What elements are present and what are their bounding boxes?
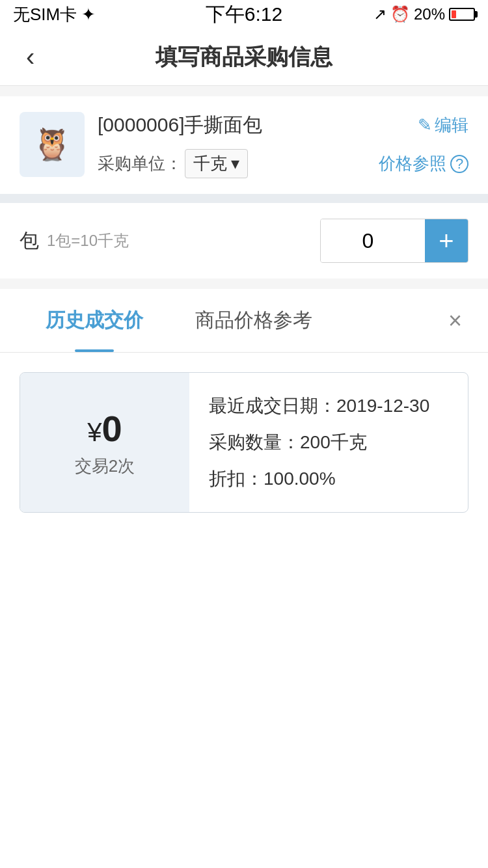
quantity-label-group: 包 1包=10千克 xyxy=(20,228,129,254)
transaction-count: 交易2次 xyxy=(75,455,135,478)
discount-label: 折扣： xyxy=(209,468,264,489)
edit-icon: ✎ xyxy=(418,115,432,135)
bottom-area xyxy=(0,532,488,868)
quantity-row-detail: 采购数量：200千克 xyxy=(209,429,448,456)
battery-icon xyxy=(449,8,475,21)
quantity-input[interactable] xyxy=(321,219,425,262)
product-image: 🦉 xyxy=(20,112,85,177)
quantity-main-label: 包 xyxy=(20,228,39,254)
edit-label: 编辑 xyxy=(435,114,468,137)
product-info: [0000006]手撕面包 ✎ 编辑 采购单位： 千克 ▾ 价格参照 ? xyxy=(98,112,468,178)
unit-value: 千克 xyxy=(193,152,227,175)
price-ref-button[interactable]: 价格参照 ? xyxy=(379,152,468,175)
price-card-left: ¥0 交易2次 xyxy=(20,373,189,512)
price-card-right: 最近成交日期：2019-12-30 采购数量：200千克 折扣：100.00% xyxy=(189,373,468,512)
tab-close-button[interactable]: × xyxy=(442,301,468,341)
product-unit-row: 采购单位： 千克 ▾ 价格参照 ? xyxy=(98,149,468,178)
price-ref-icon: ? xyxy=(450,155,468,173)
discount-row: 折扣：100.00% xyxy=(209,465,448,493)
tab-history-price[interactable]: 历史成交价 xyxy=(20,289,169,352)
carrier-signal: 无SIM卡 ✦ xyxy=(13,3,96,26)
status-time: 下午6:12 xyxy=(206,1,282,28)
price-amount-value: 0 xyxy=(102,408,122,449)
currency-symbol: ¥ xyxy=(87,418,102,446)
price-card: ¥0 交易2次 最近成交日期：2019-12-30 采购数量：200千克 折扣：… xyxy=(20,372,468,513)
product-top-row: [0000006]手撕面包 ✎ 编辑 xyxy=(98,112,468,139)
purchase-quantity-value: 200千克 xyxy=(300,432,367,452)
purchase-quantity-label: 采购数量： xyxy=(209,432,300,452)
quantity-row: 包 1包=10千克 + xyxy=(0,203,488,278)
tabs-section: 历史成交价 商品价格参考 × ¥0 交易2次 最近成交日期：2019-12-30… xyxy=(0,289,488,532)
product-header: 🦉 [0000006]手撕面包 ✎ 编辑 采购单位： 千克 ▾ xyxy=(20,112,468,178)
tab-product-price-ref[interactable]: 商品价格参考 xyxy=(169,289,338,352)
location-icon: ↗ xyxy=(373,5,386,23)
product-section: 🦉 [0000006]手撕面包 ✎ 编辑 采购单位： 千克 ▾ xyxy=(0,96,488,194)
unit-label: 采购单位： xyxy=(98,154,182,173)
quantity-plus-button[interactable]: + xyxy=(425,219,468,262)
quantity-sub-label: 1包=10千克 xyxy=(47,230,129,251)
page-title: 填写商品采购信息 xyxy=(156,42,332,72)
edit-button[interactable]: ✎ 编辑 xyxy=(418,114,468,137)
discount-value: 100.00% xyxy=(264,468,336,489)
price-display: ¥0 xyxy=(87,407,122,450)
dropdown-icon: ▾ xyxy=(231,154,239,174)
unit-select[interactable]: 千克 ▾ xyxy=(185,149,248,178)
quantity-control: + xyxy=(320,219,468,263)
product-thumbnail-icon: 🦉 xyxy=(33,126,72,163)
alarm-icon: ⏰ xyxy=(390,5,410,23)
recent-date-row: 最近成交日期：2019-12-30 xyxy=(209,392,448,420)
card-area: ¥0 交易2次 最近成交日期：2019-12-30 采购数量：200千克 折扣：… xyxy=(0,353,488,532)
unit-group: 采购单位： 千克 ▾ xyxy=(98,149,248,178)
product-name: [0000006]手撕面包 xyxy=(98,112,262,139)
price-ref-label: 价格参照 xyxy=(379,152,446,175)
nav-bar: ‹ 填写商品采购信息 xyxy=(0,29,488,86)
tabs-header: 历史成交价 商品价格参考 × xyxy=(0,289,488,353)
section-divider xyxy=(0,194,488,203)
back-button[interactable]: ‹ xyxy=(20,36,41,78)
recent-date-value: 2019-12-30 xyxy=(336,396,429,416)
recent-date-label: 最近成交日期： xyxy=(209,396,336,416)
battery-percent: 20% xyxy=(414,5,445,23)
status-right-group: ↗ ⏰ 20% xyxy=(373,5,475,23)
status-bar: 无SIM卡 ✦ 下午6:12 ↗ ⏰ 20% xyxy=(0,0,488,29)
